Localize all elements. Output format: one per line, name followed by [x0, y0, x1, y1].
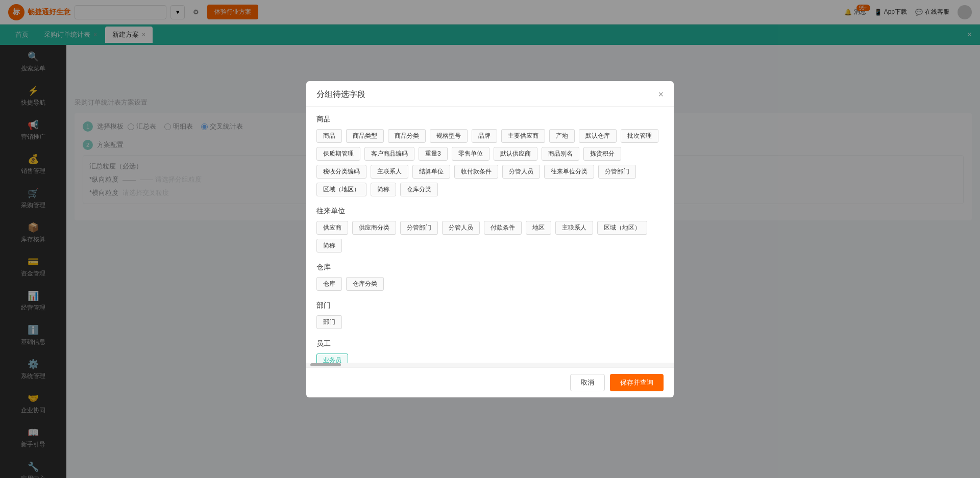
section-partner: 往来单位 供应商 供应商分类 分管部门 分管人员 付款条件 地区 主联系人 区域…: [316, 207, 664, 253]
field-tag[interactable]: 仓库分类: [346, 277, 384, 291]
field-tag[interactable]: 收付款条件: [454, 165, 498, 179]
field-tag[interactable]: 结算单位: [412, 165, 450, 179]
field-tag[interactable]: 分管人员: [442, 221, 480, 235]
field-tag[interactable]: 重量3: [419, 147, 448, 161]
modal-hscrollbar[interactable]: [306, 363, 674, 367]
modal-header: 分组待选字段 ×: [306, 81, 674, 107]
field-tag[interactable]: 主要供应商: [501, 129, 545, 143]
field-tag[interactable]: 商品别名: [542, 147, 579, 161]
modal-overlay: 分组待选字段 × 商品 商品 商品类型 商品分类 规格型号 品牌 主要供应商 产…: [0, 0, 980, 478]
field-tag[interactable]: 供应商分类: [352, 221, 396, 235]
field-tag[interactable]: 规格型号: [430, 129, 468, 143]
modal-cancel-btn[interactable]: 取消: [570, 374, 605, 391]
field-tag[interactable]: 简称: [316, 239, 342, 253]
staff-fields: 业务员: [316, 354, 664, 363]
section-partner-title: 往来单位: [316, 207, 664, 216]
field-tag[interactable]: 零售单位: [452, 147, 489, 161]
section-warehouse: 仓库 仓库 仓库分类: [316, 263, 664, 291]
modal-footer: 取消 保存并查询: [306, 367, 674, 397]
field-tag[interactable]: 客户商品编码: [364, 147, 414, 161]
field-tag[interactable]: 分管部门: [400, 221, 438, 235]
dept-fields: 部门: [316, 315, 664, 329]
field-tag[interactable]: 部门: [316, 315, 342, 329]
section-product-title: 商品: [316, 115, 664, 124]
field-tag[interactable]: 付款条件: [484, 221, 522, 235]
field-tag[interactable]: 仓库: [316, 277, 342, 291]
section-warehouse-title: 仓库: [316, 263, 664, 272]
field-tag[interactable]: 简称: [371, 183, 396, 196]
modal-body[interactable]: 商品 商品 商品类型 商品分类 规格型号 品牌 主要供应商 产地 默认仓库 批次…: [306, 107, 674, 363]
modal-confirm-btn[interactable]: 保存并查询: [610, 374, 664, 391]
field-tag[interactable]: 默认供应商: [494, 147, 537, 161]
field-tag[interactable]: 商品类型: [346, 129, 384, 143]
field-tag[interactable]: 默认仓库: [579, 129, 617, 143]
field-tag[interactable]: 往来单位分类: [544, 165, 594, 179]
field-tag[interactable]: 地区: [526, 221, 551, 235]
modal-groupby-fields: 分组待选字段 × 商品 商品 商品类型 商品分类 规格型号 品牌 主要供应商 产…: [306, 81, 674, 397]
field-tag[interactable]: 保质期管理: [316, 147, 360, 161]
section-dept: 部门 部门: [316, 301, 664, 329]
partner-fields: 供应商 供应商分类 分管部门 分管人员 付款条件 地区 主联系人 区域（地区） …: [316, 221, 664, 253]
field-tag[interactable]: 主联系人: [371, 165, 408, 179]
field-tag[interactable]: 主联系人: [555, 221, 593, 235]
warehouse-fields: 仓库 仓库分类: [316, 277, 664, 291]
field-tag[interactable]: 区域（地区）: [597, 221, 647, 235]
section-staff: 员工 业务员: [316, 339, 664, 363]
field-tag[interactable]: 供应商: [316, 221, 348, 235]
field-tag[interactable]: 仓库分类: [400, 183, 438, 196]
field-tag-business-staff[interactable]: 业务员: [316, 354, 348, 363]
field-tag[interactable]: 拣货积分: [583, 147, 621, 161]
field-tag[interactable]: 品牌: [472, 129, 497, 143]
field-tag[interactable]: 商品分类: [388, 129, 426, 143]
section-dept-title: 部门: [316, 301, 664, 310]
modal-close-btn[interactable]: ×: [658, 89, 664, 100]
section-staff-title: 员工: [316, 339, 664, 348]
section-product: 商品 商品 商品类型 商品分类 规格型号 品牌 主要供应商 产地 默认仓库 批次…: [316, 115, 664, 196]
field-tag[interactable]: 税收分类编码: [316, 165, 366, 179]
modal-title: 分组待选字段: [316, 89, 365, 100]
field-tag[interactable]: 区域（地区）: [316, 183, 366, 196]
field-tag[interactable]: 分管人员: [502, 165, 540, 179]
product-fields: 商品 商品类型 商品分类 规格型号 品牌 主要供应商 产地 默认仓库 批次管理 …: [316, 129, 664, 196]
field-tag[interactable]: 批次管理: [621, 129, 658, 143]
field-tag[interactable]: 商品: [316, 129, 342, 143]
field-tag[interactable]: 分管部门: [598, 165, 636, 179]
field-tag[interactable]: 产地: [549, 129, 575, 143]
